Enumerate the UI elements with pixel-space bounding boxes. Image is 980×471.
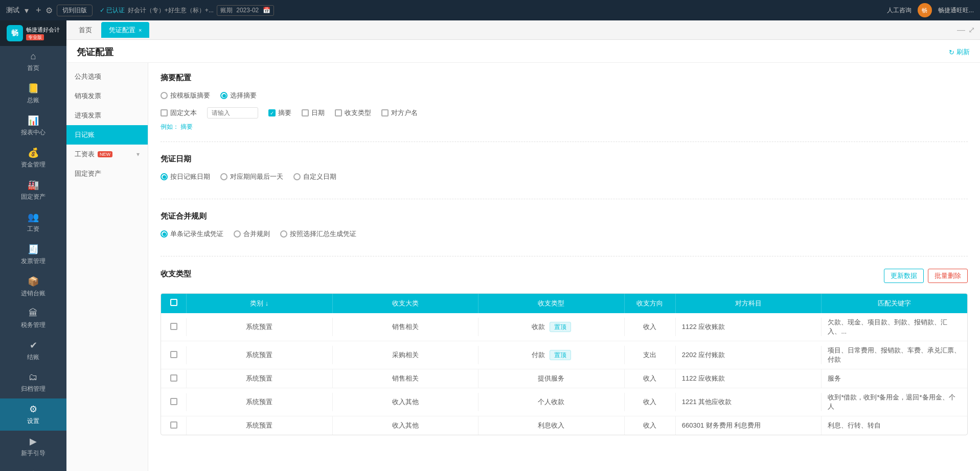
row2-direction: 收入 [625, 369, 676, 388]
sidebar-item-fixed-assets[interactable]: 🏭 固定资产 [0, 174, 66, 206]
row1-sub-type: 付款 置顶 [478, 346, 625, 364]
col-sub-type: 收支类型 [478, 294, 625, 313]
fixed-assets-icon: 🏭 [28, 179, 39, 191]
top-bar: 测试 ▾ + ⚙ 切到旧版 ✓ 已认证 好会计（专）+好生意（标）+... 账期… [0, 0, 980, 20]
left-nav-journal[interactable]: 日记账 [66, 125, 148, 145]
col-main-type: 收支大类 [333, 294, 479, 313]
radio-single-circle [161, 230, 168, 238]
voucher-merge-section: 凭证合并规则 单条记录生成凭证 合并规则 [161, 211, 968, 256]
row0-checkbox[interactable] [161, 318, 187, 336]
page-title: 凭证配置 [77, 46, 113, 58]
left-nav-sales-invoice[interactable]: 销项发票 [66, 86, 148, 106]
row0-sub-type: 收款 置顶 [478, 318, 625, 336]
summary-config-title: 摘要配置 [161, 73, 968, 83]
radio-custom-date[interactable]: 自定义日期 [293, 172, 336, 181]
col-direction: 收支方向 [625, 294, 676, 313]
row4-checkbox[interactable] [161, 417, 187, 435]
radio-choose[interactable]: 选择摘要 [220, 91, 257, 100]
sidebar-item-label: 设置 [27, 417, 39, 426]
row4-direction: 收入 [625, 416, 676, 435]
checkbox-summary[interactable]: ✓ 摘要 [268, 108, 291, 117]
sidebar-item-label: 首页 [27, 64, 39, 73]
user-avatar[interactable]: 畅 [918, 3, 932, 17]
row2-account: 1122 应收账款 [676, 369, 822, 388]
checkbox-date[interactable]: 日期 [302, 108, 325, 117]
sidebar-item-home[interactable]: ⌂ 首页 [0, 46, 66, 78]
sidebar-item-report[interactable]: 📊 报表中心 [0, 110, 66, 142]
radio-select-total[interactable]: 按照选择汇总生成凭证 [280, 229, 356, 239]
salary-icon: 👥 [28, 211, 39, 223]
tab-home[interactable]: 首页 [72, 22, 99, 38]
radio-period-last[interactable]: 对应期间最后一天 [220, 172, 283, 181]
checkbox-counterpart[interactable]: 对方户名 [381, 108, 418, 117]
row3-sub-type: 个人收款 [478, 393, 625, 411]
sidebar-item-tax[interactable]: 🏛 税务管理 [0, 303, 66, 335]
sidebar-item-member[interactable]: ♦ 畅会员 [0, 463, 66, 471]
sidebar-logo: 畅 畅捷通好会计 专业版 [0, 20, 66, 46]
old-version-button[interactable]: 切到旧版 [57, 5, 93, 16]
batch-delete-button[interactable]: 批量删除 [928, 269, 968, 283]
left-nav-purchase-invoice[interactable]: 进项发票 [66, 106, 148, 125]
settings-icon: ⚙ [29, 404, 37, 415]
voucher-date-section: 凭证日期 按日记账日期 对应期间最后一天 [161, 154, 968, 199]
left-nav: 公共选项 销项发票 进项发票 日记账 工资表 NEW ▾ [66, 63, 148, 471]
left-nav-salary-table[interactable]: 工资表 NEW ▾ [66, 145, 148, 164]
fixed-text-input[interactable] [207, 107, 258, 119]
row0-account: 1122 应收账款 [676, 318, 822, 336]
left-nav-public[interactable]: 公共选项 [66, 67, 148, 86]
sidebar-item-label: 总账 [27, 96, 39, 105]
row1-main-type: 采购相关 [333, 346, 479, 364]
purchase-icon: 📦 [28, 276, 39, 287]
sidebar-item-purchase[interactable]: 📦 进销台账 [0, 271, 66, 303]
radio-journal-date[interactable]: 按日记账日期 [161, 172, 210, 181]
row2-main-type: 销售相关 [333, 369, 479, 388]
sidebar-item-ledger[interactable]: 📒 总账 [0, 78, 66, 110]
col-keyword: 匹配关键字 [822, 294, 967, 313]
tab-close-button[interactable]: × [139, 27, 142, 33]
row2-checkbox[interactable] [161, 370, 187, 388]
row0-direction: 收入 [625, 318, 676, 336]
left-nav-fixed-assets[interactable]: 固定资产 [66, 164, 148, 183]
income-expense-section: 收支类型 更新数据 批量删除 [161, 269, 968, 435]
inner-layout: 公共选项 销项发票 进项发票 日记账 工资表 NEW ▾ [66, 63, 980, 471]
row0-keyword: 欠款、现金、项目款、到款、报销款、汇入、... [822, 313, 967, 341]
checkbox-type[interactable]: 收支类型 [335, 108, 371, 117]
sidebar-item-salary[interactable]: 👥 工资 [0, 206, 66, 239]
sidebar-item-label: 资金管理 [21, 160, 45, 169]
row3-account: 1221 其他应收款 [676, 393, 822, 411]
row1-reset-tag[interactable]: 置顶 [550, 350, 571, 360]
sidebar-item-settings[interactable]: ⚙ 设置 [0, 398, 66, 431]
tab-active-label: 凭证配置 [109, 26, 135, 35]
row0-reset-tag[interactable]: 置顶 [550, 322, 571, 332]
sidebar-item-settle[interactable]: ✔ 结账 [0, 335, 66, 367]
add-button[interactable]: + [36, 5, 41, 16]
tab-minimize-button[interactable]: — [957, 25, 965, 35]
top-bar-dropdown[interactable]: ▾ [25, 6, 29, 15]
sidebar-item-guide[interactable]: ▶ 新手引导 [0, 431, 66, 463]
sidebar-item-label: 固定资产 [21, 193, 45, 201]
checkbox-fixed-text[interactable]: 固定文本 [161, 108, 197, 117]
refresh-button[interactable]: ↻ 刷新 [949, 48, 970, 57]
table-row: 系统预置 收入其他 利息收入 收入 660301 财务费用 利息费用 利息、行转… [161, 416, 967, 435]
tab-voucher-config[interactable]: 凭证配置 × [101, 22, 149, 38]
sidebar-item-fund[interactable]: 💰 资金管理 [0, 142, 66, 174]
radio-single[interactable]: 单条记录生成凭证 [161, 229, 223, 239]
tab-home-label: 首页 [79, 26, 92, 35]
radio-template[interactable]: 按模板版摘要 [161, 91, 210, 100]
update-data-button[interactable]: 更新数据 [884, 269, 924, 283]
consult-label[interactable]: 人工咨询 [887, 6, 911, 15]
sidebar-item-invoice[interactable]: 🧾 发票管理 [0, 239, 66, 271]
report-icon: 📊 [28, 115, 39, 126]
radio-merge[interactable]: 合并规则 [234, 229, 270, 239]
sidebar-item-label: 进销台账 [21, 289, 45, 298]
tab-maximize-button[interactable]: ⤢ [968, 25, 975, 35]
row3-checkbox[interactable] [161, 393, 187, 411]
row3-direction: 收入 [625, 393, 676, 411]
col-checkbox[interactable] [161, 294, 187, 313]
archive-icon: 🗂 [29, 372, 38, 383]
settings-gear-button[interactable]: ⚙ [45, 6, 53, 15]
row1-checkbox[interactable] [161, 346, 187, 364]
logo-text: 畅捷通好会计 专业版 [26, 26, 60, 41]
col-category[interactable]: 类别 ↓ [187, 294, 333, 313]
sidebar-item-archive[interactable]: 🗂 归档管理 [0, 367, 66, 398]
